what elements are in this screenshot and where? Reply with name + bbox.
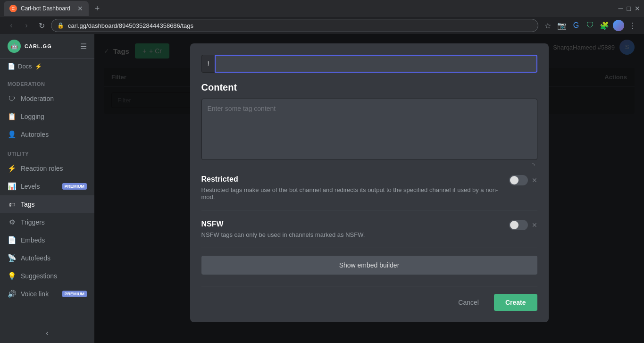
browser-chrome: C Carl-bot Dashboard ✕ + ─ □ ✕ ‹ › ↻ 🔒 c… [0,0,644,34]
sidebar-header: 🤖 CARL.GG ☰ [0,34,94,59]
shield-ext-icon[interactable]: 🛡 [585,20,596,31]
nsfw-info: NSFW NSFW tags can only be used in chann… [201,220,500,238]
tab-favicon: C [9,5,17,12]
sidebar-item-label: Levels [21,183,40,190]
docs-extra-icon: ⚡ [35,63,42,70]
tag-name-input[interactable] [215,55,537,73]
sidebar-section-moderation: MODERATION [0,74,94,90]
docs-icon: 📄 [8,63,15,70]
resize-handle[interactable]: ⤡ [201,162,537,166]
maximize-button[interactable]: □ [627,5,631,12]
tag-prefix: ! [201,55,215,73]
restricted-toggle-row: Restricted Restricted tags make use of t… [201,166,537,210]
restricted-title: Restricted [201,175,500,184]
autoroles-icon: 👤 [8,130,16,139]
autofeeds-icon: 📡 [8,254,16,262]
sidebar-item-label: Logging [21,113,44,120]
modal-footer: Cancel Create [201,286,537,311]
url-display: carl.gg/dashboard/894503528444358686/tag… [68,22,193,29]
carl-logo: CARL.GG [25,43,52,49]
voice-link-icon: 🔊 [8,290,16,298]
close-window-button[interactable]: ✕ [635,5,640,12]
sidebar-item-autofeeds[interactable]: 📡 Autofeeds [0,249,94,267]
tags-icon: 🏷 [8,200,16,209]
nsfw-toggle-row: NSFW NSFW tags can only be used in chann… [201,210,537,248]
nsfw-close-icon[interactable]: ✕ [532,221,537,229]
nsfw-toggle-switch[interactable] [509,220,528,230]
restricted-toggle-switch[interactable] [509,175,528,185]
toolbar-actions: ☆ 📷 G 🛡 🧩 ⋮ [542,20,638,31]
sidebar-item-voice-link[interactable]: 🔊 Voice link Premium [0,285,94,303]
sidebar-collapse-button[interactable]: ‹ [0,323,94,343]
sidebar-item-moderation[interactable]: 🛡 Moderation [0,90,94,108]
restricted-toggle-control: ✕ [509,175,537,185]
screenshot-icon[interactable]: 📷 [556,20,568,31]
restricted-close-icon[interactable]: ✕ [532,176,537,184]
menu-icon[interactable]: ⋮ [627,20,638,31]
tab-title: Carl-bot Dashboard [21,5,74,12]
logo-icon: 🤖 [8,40,21,53]
tab-bar: C Carl-bot Dashboard ✕ + ─ □ ✕ [0,0,644,17]
restricted-info: Restricted Restricted tags make use of t… [201,175,500,201]
sidebar: 🤖 CARL.GG ☰ 📄 Docs ⚡ MODERATION 🛡 Modera… [0,34,94,343]
restricted-desc: Restricted tags make use of the bot chan… [201,186,500,201]
sidebar-item-embeds[interactable]: 📄 Embeds [0,231,94,249]
extensions-icon[interactable]: 🧩 [599,20,610,31]
sidebar-item-suggestions[interactable]: 💡 Suggestions [0,267,94,285]
tab-close-button[interactable]: ✕ [77,5,83,12]
sidebar-item-levels[interactable]: 📊 Levels Premium [0,177,94,195]
show-embed-builder-button[interactable]: Show embed builder [201,256,537,275]
create-submit-button[interactable]: Create [494,294,537,311]
address-bar[interactable]: 🔒 carl.gg/dashboard/894503528444358686/t… [51,19,538,32]
profile-picture[interactable] [613,20,624,31]
minimize-button[interactable]: ─ [619,5,623,12]
sidebar-item-triggers[interactable]: ⚙ Triggers [0,213,94,231]
sidebar-item-label: Autofeeds [21,254,50,262]
browser-toolbar: ‹ › ↻ 🔒 carl.gg/dashboard/89450352844435… [0,17,644,34]
reaction-roles-icon: ⚡ [8,164,16,173]
modal-overlay[interactable]: ! Content ⤡ Restricted Restricted tags m… [94,34,644,343]
create-tag-modal: ! Content ⤡ Restricted Restricted tags m… [190,43,549,322]
moderation-icon: 🛡 [8,94,16,103]
forward-button[interactable]: › [21,20,32,31]
new-tab-button[interactable]: + [91,2,104,15]
sidebar-item-label: Moderation [21,95,54,102]
nsfw-toggle-control: ✕ [509,220,537,230]
sidebar-item-tags[interactable]: 🏷 Tags [0,195,94,213]
logging-icon: 📋 [8,112,16,121]
back-button[interactable]: ‹ [6,20,17,31]
nsfw-desc: NSFW tags can only be used in channels m… [201,231,500,238]
lock-icon: 🔒 [57,22,64,29]
sidebar-item-label: Embeds [21,236,45,244]
sidebar-item-label: Reaction roles [21,165,63,172]
sidebar-item-label: Tags [21,201,35,208]
tag-name-row: ! [201,55,537,73]
sidebar-item-autoroles[interactable]: 👤 Autoroles [0,125,94,143]
hamburger-icon[interactable]: ☰ [80,42,87,51]
content-textarea[interactable] [201,99,537,160]
sidebar-item-label: Triggers [21,218,45,226]
app-layout: 🤖 CARL.GG ☰ 📄 Docs ⚡ MODERATION 🛡 Modera… [0,34,644,343]
cancel-button[interactable]: Cancel [449,294,488,311]
main-content: ⚙ SharqaHameed #5889 S ✓ Tags + + Cr [94,34,644,343]
sidebar-item-label: Suggestions [21,272,57,280]
voice-link-premium-badge: Premium [62,291,87,297]
content-textarea-wrapper: ⤡ [201,99,537,166]
browser-tab[interactable]: C Carl-bot Dashboard ✕ [4,1,89,16]
sidebar-item-logging[interactable]: 📋 Logging [0,108,94,125]
resize-icon: ⤡ [532,161,535,167]
content-section-label: Content [201,82,537,93]
sidebar-section-utility: UTILITY [0,143,94,159]
embeds-icon: 📄 [8,236,16,244]
levels-premium-badge: Premium [62,183,87,190]
sidebar-docs-button[interactable]: 📄 Docs ⚡ [0,59,94,74]
suggestions-icon: 💡 [8,272,16,280]
sidebar-item-reaction-roles[interactable]: ⚡ Reaction roles [0,159,94,177]
translate-icon[interactable]: G [570,20,582,31]
sidebar-item-label: Voice link [21,290,49,298]
triggers-icon: ⚙ [8,218,16,226]
bookmark-icon[interactable]: ☆ [542,20,553,31]
reload-button[interactable]: ↻ [36,20,47,31]
nsfw-title: NSFW [201,220,500,228]
collapse-icon: ‹ [46,329,48,337]
